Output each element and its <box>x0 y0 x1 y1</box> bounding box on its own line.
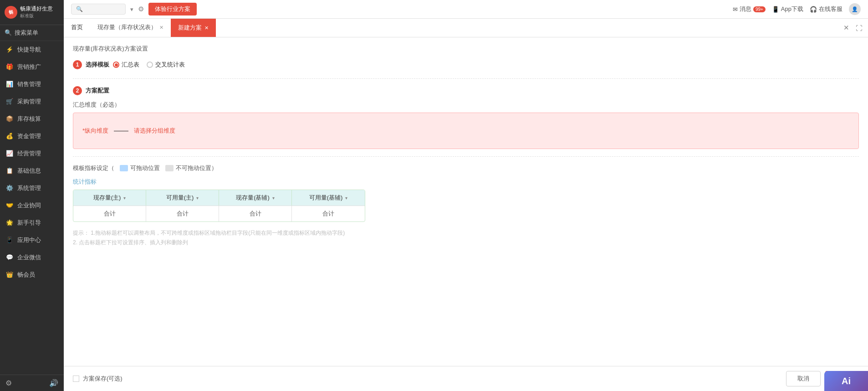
sidebar-item-purchase[interactable]: 🛒 采购管理 <box>0 93 64 110</box>
stats-col-2-label: 现存量(基辅) <box>236 194 270 202</box>
message-icon: ✉ <box>733 6 738 13</box>
sidebar-item-sales-label: 销售管理 <box>17 80 41 88</box>
app-center-icon: 📱 <box>5 236 14 244</box>
sidebar-item-newbie[interactable]: 🌟 新手引导 <box>0 214 64 232</box>
stats-col-3-label: 可用量(基辅) <box>309 194 343 202</box>
sidebar-item-inventory[interactable]: 📦 库存核算 <box>0 110 64 128</box>
section2-num: 2 <box>73 86 82 95</box>
tabbar: 首页 现存量（库存状况表） ✕ 新建方案 ✕ ✕ ⛶ <box>64 19 868 37</box>
stats-col-1-chevron: ▾ <box>196 196 199 201</box>
ai-badge[interactable]: Ai <box>824 371 868 391</box>
member-icon: 👑 <box>5 271 14 279</box>
phone-icon: 📱 <box>772 6 779 13</box>
indicator-nodrag: 不可拖动位置） <box>165 164 217 172</box>
sidebar-item-quick-nav[interactable]: ⚡ 快捷导航 <box>0 41 64 58</box>
stats-col-1[interactable]: 可用量(主) ▾ <box>146 190 219 206</box>
radio-cross[interactable]: 交叉统计表 <box>147 61 185 69</box>
page-title: 现存量(库存状况表)方案设置 <box>73 45 859 53</box>
stats-header-row: 现存量(主) ▾ 可用量(主) ▾ 现存量(基辅) ▾ <box>73 190 365 206</box>
sidebar-footer: ⚙ 🔊 <box>0 375 64 391</box>
sidebar-item-operation[interactable]: 📈 经营管理 <box>0 145 64 162</box>
topbar-right: ✉ 消息 99+ 📱 App下载 🎧 在线客服 👤 <box>733 3 861 15</box>
save-label: 方案保存(可选) <box>83 375 123 383</box>
tab-home[interactable]: 首页 <box>64 19 90 37</box>
volume-icon[interactable]: 🔊 <box>49 379 58 387</box>
topbar-search[interactable]: 🔍 <box>71 4 126 15</box>
sidebar-item-member-label: 畅会员 <box>17 271 35 279</box>
radio-cross-label: 交叉统计表 <box>155 61 185 69</box>
sidebar-item-member[interactable]: 👑 畅会员 <box>0 266 64 283</box>
tab-new-plan[interactable]: 新建方案 ✕ <box>171 19 216 37</box>
online-service-label: 在线客服 <box>819 5 842 13</box>
wechat-icon: 💬 <box>5 253 14 262</box>
experience-btn[interactable]: 体验行业方案 <box>148 3 197 15</box>
sidebar-item-sales[interactable]: 📊 销售管理 <box>0 76 64 93</box>
tab-close-all-icon[interactable]: ✕ <box>842 22 851 34</box>
stats-body-row: 合计 合计 合计 合计 <box>73 206 365 221</box>
cancel-button[interactable]: 取消 <box>786 371 821 386</box>
sidebar-item-app-center-label: 应用中心 <box>17 236 41 244</box>
sidebar-search-label: 搜索菜单 <box>15 29 38 37</box>
purchase-icon: 🛒 <box>5 98 14 106</box>
app-download-item[interactable]: 📱 App下载 <box>772 5 803 13</box>
save-checkbox[interactable] <box>73 376 79 382</box>
nodrag-label: 不可拖动位置） <box>176 164 217 172</box>
sidebar-item-system[interactable]: ⚙️ 系统管理 <box>0 180 64 197</box>
topbar-left: 🔍 ▾ ⚙ 体验行业方案 <box>71 3 197 15</box>
logo-icon: 畅 <box>5 6 17 19</box>
finance-icon: 💰 <box>5 132 14 140</box>
dimension-box[interactable]: *纵向维度 —— 请选择分组维度 <box>73 113 859 149</box>
stats-col-3[interactable]: 可用量(基辅) ▾ <box>292 190 365 206</box>
stats-title: 统计指标 <box>73 178 859 186</box>
sidebar-item-wechat[interactable]: 💬 企业微信 <box>0 249 64 266</box>
sidebar-nav: ⚡ 快捷导航 🎁 营销推广 📊 销售管理 🛒 采购管理 📦 库存核算 💰 资金管… <box>0 41 64 375</box>
stats-col-0[interactable]: 现存量(主) ▾ <box>73 190 146 206</box>
settings-icon[interactable]: ⚙ <box>5 379 12 387</box>
sidebar-search[interactable]: 🔍 搜索菜单 <box>0 25 64 41</box>
tab-expand-icon[interactable]: ⛶ <box>854 22 864 34</box>
stats-body-0: 合计 <box>73 206 146 221</box>
sidebar-item-basic-info[interactable]: 📋 基础信息 <box>0 162 64 180</box>
online-service-item[interactable]: 🎧 在线客服 <box>810 5 842 13</box>
basic-info-icon: 📋 <box>5 167 14 175</box>
operation-icon: 📈 <box>5 149 14 158</box>
sidebar-item-system-label: 系统管理 <box>17 184 41 192</box>
topbar-chevron-down[interactable]: ▾ <box>130 6 133 13</box>
section-template: 1 选择模板 汇总表 交叉统计表 <box>73 60 859 69</box>
sidebar-item-finance[interactable]: 💰 资金管理 <box>0 128 64 145</box>
sidebar-item-enterprise[interactable]: 🤝 企业协同 <box>0 197 64 214</box>
message-item[interactable]: ✉ 消息 99+ <box>733 5 766 13</box>
tab-new-plan-close[interactable]: ✕ <box>204 25 209 31</box>
app-download-label: App下载 <box>781 5 803 13</box>
sidebar-item-marketing[interactable]: 🎁 营销推广 <box>0 58 64 76</box>
user-avatar[interactable]: 👤 <box>849 3 861 15</box>
enterprise-icon: 🤝 <box>5 201 14 210</box>
sidebar-item-app-center[interactable]: 📱 应用中心 <box>0 232 64 249</box>
ai-label: Ai <box>842 376 851 386</box>
topbar-gear-icon[interactable]: ⚙ <box>138 5 144 13</box>
tab-inventory-status-close[interactable]: ✕ <box>159 25 163 31</box>
inventory-icon: 📦 <box>5 115 14 123</box>
dimension-arrow: —— <box>114 127 128 135</box>
tab-inventory-status[interactable]: 现存量（库存状况表） ✕ <box>90 19 171 37</box>
drag-box <box>120 165 128 171</box>
search-icon: 🔍 <box>5 29 12 36</box>
message-label: 消息 <box>740 5 751 13</box>
radio-summary[interactable]: 汇总表 <box>113 61 139 69</box>
sidebar-item-newbie-label: 新手引导 <box>17 219 41 227</box>
section1-header: 1 选择模板 汇总表 交叉统计表 <box>73 60 859 69</box>
sidebar-logo: 畅 畅康通好生意 标准版 <box>0 0 64 25</box>
sidebar-item-basic-info-label: 基础信息 <box>17 167 41 175</box>
footer-bar: 方案保存(可选) 取消 查询 <box>64 366 868 391</box>
radio-cross-circle <box>147 62 153 68</box>
divider2 <box>73 156 859 157</box>
dimension-label: 汇总维度（必选） <box>73 101 859 109</box>
section2-title: 方案配置 <box>86 87 109 95</box>
tip-1: 提示： 1.拖动标题栏可以调整布局，不可跨维度或指标区域拖动栏目字段(只能在同一… <box>73 229 859 237</box>
stats-col-2[interactable]: 现存量(基辅) ▾ <box>219 190 292 206</box>
sidebar-item-quick-nav-label: 快捷导航 <box>17 46 41 54</box>
footer-left: 方案保存(可选) <box>73 375 123 383</box>
nodrag-box <box>165 165 174 171</box>
sidebar: 畅 畅康通好生意 标准版 🔍 搜索菜单 ⚡ 快捷导航 🎁 营销推广 📊 销售管理… <box>0 0 64 391</box>
sidebar-item-inventory-label: 库存核算 <box>17 115 41 123</box>
